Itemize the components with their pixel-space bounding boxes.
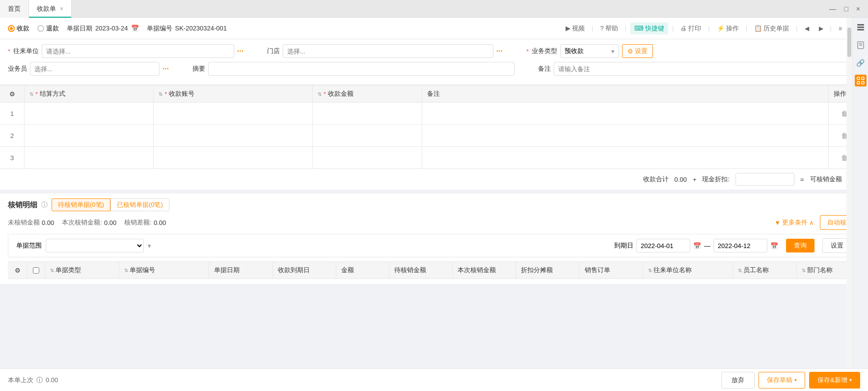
discount-input[interactable] — [735, 173, 794, 186]
summary-input[interactable] — [208, 62, 515, 76]
save-new-btn[interactable]: 保存&新增 ▾ — [809, 372, 860, 389]
form-settings-btn[interactable]: ⚙ 设置 — [622, 44, 653, 58]
save-draft-btn[interactable]: 保存草稿 ▾ — [759, 372, 805, 389]
history-btn[interactable]: 📋 历史单据 — [751, 23, 792, 34]
prev-btn[interactable]: ◀ — [802, 24, 812, 33]
verification-title: 核销明细 — [8, 200, 37, 210]
close-window-btn[interactable]: × — [854, 5, 862, 13]
unchecked-value: 0.00 — [42, 219, 54, 226]
business-type-field: * 业务类型 预收款 ▾ ⚙ 设置 — [526, 44, 674, 58]
form-row-1: * 往来单位 ··· 门店 ··· * 业务类型 预收款 ▾ ⚙ 设置 — [8, 44, 860, 58]
next-btn[interactable]: ▶ — [816, 24, 826, 33]
row-settlement-3[interactable] — [25, 147, 154, 168]
row-amount-1[interactable] — [313, 103, 422, 124]
row-settlement-2[interactable] — [25, 125, 154, 146]
chevron-up-icon: ∧ — [809, 219, 814, 226]
close-icon[interactable]: × — [60, 5, 63, 12]
pending-tab[interactable]: 待核销单据(0笔) — [52, 198, 110, 211]
section-title: 核销明细 ⓘ 待核销单据(0笔) 已核销单据(0笔) — [8, 198, 860, 211]
scrollbar[interactable] — [846, 18, 852, 368]
row-num-1: 1 — [0, 103, 25, 124]
tab-home[interactable]: 首页 — [0, 0, 29, 18]
business-type-select[interactable]: 预收款 ▾ — [560, 44, 619, 58]
date-from-input[interactable] — [636, 239, 690, 252]
sep7: | — [830, 25, 832, 32]
sidebar-attach-icon[interactable]: 🔗 — [855, 57, 867, 69]
sep3: | — [672, 25, 674, 32]
radio-collection[interactable]: 收款 — [8, 24, 29, 33]
bth-check — [27, 262, 45, 279]
more-conditions-btn[interactable]: ▼ 更多条件 ∧ — [774, 218, 814, 227]
notes-input[interactable] — [554, 62, 860, 76]
bottom-table-header: ⚙ ⇅ 单据类型 ⇅ 单据编号 单据日期 收款到期日 金额 待核销金额 本次核销… — [8, 261, 860, 279]
bth-settings[interactable]: ⚙ — [8, 262, 27, 279]
notes-field: 备注 — [538, 62, 860, 76]
table-header: ⚙ ⇅ * 结算方式 ⇅ * 收款账号 ⇅ * 收款金额 备注 操作 — [0, 85, 868, 103]
verification-section: 核销明细 ⓘ 待核销单据(0笔) 已核销单据(0笔) 未核销金额 0.00 本次… — [0, 194, 868, 284]
bth-amount: 金额 — [336, 262, 389, 279]
row-remarks-1[interactable] — [422, 103, 829, 124]
store-more-btn[interactable]: ··· — [496, 47, 503, 56]
counterpart-input[interactable] — [42, 44, 234, 58]
row-remarks-2[interactable] — [422, 125, 829, 146]
query-btn[interactable]: 查询 — [786, 239, 814, 252]
radio-refund[interactable]: 退款 — [37, 24, 59, 33]
row-remarks-3[interactable] — [422, 147, 829, 168]
right-sidebar: 🔗 — [852, 18, 868, 368]
number-value: SK-20230324-001 — [175, 25, 227, 32]
layout-icon[interactable]: ≡ — [836, 24, 845, 33]
th-settings[interactable]: ⚙ — [0, 85, 25, 102]
operation-btn[interactable]: ⚡ 操作 — [714, 23, 742, 34]
row-amount-2[interactable] — [313, 125, 422, 146]
abandon-btn[interactable]: 放弃 — [721, 372, 755, 389]
done-tab[interactable]: 已核销单据(0笔) — [110, 198, 169, 211]
store-input[interactable] — [283, 44, 493, 58]
stats-row: 未核销金额 0.00 本次核销金额: 0.00 核销差额: 0.00 ▼ 更多条… — [8, 215, 860, 230]
maximize-btn[interactable]: □ — [842, 5, 850, 13]
calendar-icon-from[interactable]: 📅 — [693, 242, 701, 250]
tab-collection[interactable]: 收款单 × — [29, 0, 72, 18]
video-icon: ▶ — [566, 25, 570, 32]
table-row: 3 🗑 ⧉ — [0, 147, 868, 169]
footer-label: 本单上次 — [8, 376, 33, 385]
salesperson-label: 业务员 — [8, 64, 27, 73]
row-account-1[interactable] — [154, 103, 313, 124]
radio-collection-label: 收款 — [17, 24, 29, 33]
footer-bar: 本单上次 ⓘ 0.00 放弃 保存草稿 ▾ 保存&新增 ▾ — [0, 368, 868, 391]
row-account-3[interactable] — [154, 147, 313, 168]
video-btn[interactable]: ▶ 视频 — [563, 23, 588, 34]
counterpart-label: 往来单位 — [13, 47, 39, 56]
calendar-icon-to[interactable]: 📅 — [770, 242, 778, 250]
row-account-2[interactable] — [154, 125, 313, 146]
sidebar-doc-icon[interactable] — [855, 39, 867, 51]
sidebar-scan-icon[interactable] — [855, 75, 867, 86]
counterpart-more-btn[interactable]: ··· — [237, 47, 244, 56]
shortcut-btn[interactable]: ⌨ 快捷键 — [630, 23, 668, 34]
sidebar-table-icon[interactable] — [855, 22, 867, 33]
bth-type: ⇅ 单据类型 — [45, 262, 119, 279]
print-btn[interactable]: 🖨 打印 — [678, 23, 704, 34]
row-amount-3[interactable] — [313, 147, 422, 168]
scrollbar-thumb[interactable] — [847, 28, 851, 57]
salesperson-more-btn[interactable]: ··· — [163, 64, 169, 73]
range-select[interactable] — [46, 239, 144, 252]
select-all-checkbox[interactable] — [33, 267, 39, 274]
due-date-label: 到期日 — [614, 241, 633, 250]
date-to-input[interactable] — [713, 239, 767, 252]
summary-field: 摘要 — [192, 62, 515, 76]
discount-label: 现金折扣: — [702, 175, 730, 184]
row-settlement-1[interactable] — [25, 103, 154, 124]
bth-date: 单据日期 — [209, 262, 272, 279]
calendar-icon[interactable]: 📅 — [131, 25, 139, 32]
verification-tabs: 待核销单据(0笔) 已核销单据(0笔) — [52, 198, 169, 211]
plus-sign: + — [693, 176, 697, 183]
bth-this: 本次核销金额 — [453, 262, 516, 279]
info-icon[interactable]: ⓘ — [41, 200, 48, 209]
minimize-btn[interactable]: — — [827, 5, 838, 13]
radio-collection-dot — [8, 25, 15, 32]
help-btn[interactable]: ? 帮助 — [597, 23, 621, 34]
salesperson-input[interactable] — [30, 62, 160, 76]
footer-info-icon[interactable]: ⓘ — [36, 376, 43, 385]
required-star-2: * — [526, 48, 529, 55]
bth-order: 销售订单 — [580, 262, 643, 279]
